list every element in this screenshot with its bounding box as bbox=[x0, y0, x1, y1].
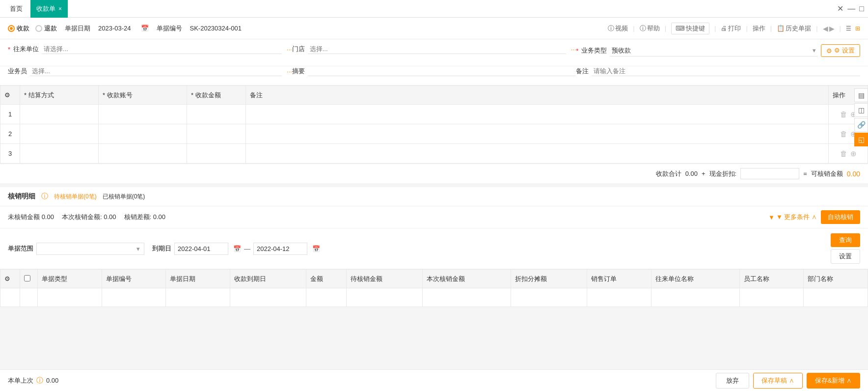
biz-select-arrow-icon: ▾ bbox=[813, 47, 816, 54]
summary-label: 摘要 bbox=[292, 67, 305, 76]
nav-arrows: ◀ ▶ bbox=[823, 25, 835, 32]
row-num-2: 2 bbox=[0, 124, 20, 144]
bottom-table-row bbox=[0, 288, 868, 307]
shop-more-icon[interactable]: ··· bbox=[571, 46, 576, 53]
nav-next-icon[interactable]: ▶ bbox=[829, 25, 835, 32]
video-btn[interactable]: ⓘ 视频 bbox=[608, 24, 628, 33]
total-value1: 0.00 bbox=[685, 170, 698, 177]
table-row: 1 🗑 ⊕ bbox=[0, 105, 868, 124]
col-payment-method: * 结算方式 bbox=[20, 86, 99, 105]
partner-required-icon: * bbox=[8, 46, 10, 53]
bottom-table-wrapper: ⚙ 单据类型 单据编号 单据日期 收款到期日 金额 待核销金额 本次核销金额 折… bbox=[0, 269, 868, 307]
bottom-settings-col[interactable]: ⚙ bbox=[0, 270, 20, 288]
summary-field-group: 摘要 bbox=[292, 66, 576, 76]
date-label: 到期日 bbox=[152, 244, 171, 253]
right-panel-expand-icon[interactable]: ◱ bbox=[854, 133, 868, 146]
window-max-icon[interactable]: □ bbox=[859, 4, 864, 13]
tab-close-icon[interactable]: × bbox=[58, 0, 62, 18]
remark-3[interactable] bbox=[246, 144, 829, 164]
query-button[interactable]: 查询 bbox=[831, 233, 860, 247]
right-panel-table-icon[interactable]: ▤ bbox=[854, 88, 868, 102]
range-select[interactable]: ▾ bbox=[36, 243, 144, 255]
amount-3[interactable] bbox=[187, 144, 246, 164]
settings-button[interactable]: ⚙ ⚙ 设置 bbox=[821, 44, 860, 57]
total-plus: + bbox=[702, 170, 705, 177]
account-1[interactable] bbox=[99, 105, 187, 124]
amount-1[interactable] bbox=[187, 105, 246, 124]
calendar-from-icon[interactable]: 📅 bbox=[233, 245, 241, 252]
stat-actions: ▼ ▼ 更多条件 ∧ 自动核销 bbox=[768, 210, 860, 224]
list-view-icon[interactable]: ☰ bbox=[846, 25, 851, 32]
footer-info-detail-icon[interactable]: ⓘ bbox=[36, 376, 43, 385]
remark-label: 备注 bbox=[576, 67, 589, 76]
save-new-button[interactable]: 保存&新增 ∧ bbox=[807, 373, 860, 389]
summary-input[interactable] bbox=[308, 66, 576, 76]
remark-1[interactable] bbox=[246, 105, 829, 124]
radio-refund-label: 退款 bbox=[44, 24, 57, 33]
help-icon: ⓘ bbox=[640, 24, 646, 33]
form-card: 收款 退款 单据日期 2023-03-24 📅 单据编号 SK-20230324… bbox=[0, 18, 868, 183]
staff-label: 业务员 bbox=[8, 67, 27, 76]
print-icon: 🖨 bbox=[721, 25, 727, 32]
date-value: 2023-03-24 bbox=[98, 25, 131, 32]
staff-input[interactable] bbox=[30, 66, 282, 76]
amount-2[interactable] bbox=[187, 124, 246, 144]
history-btn[interactable]: 📋 历史单据 bbox=[777, 24, 811, 33]
partner-input[interactable] bbox=[42, 44, 282, 54]
biz-select[interactable]: 预收款 ▾ bbox=[610, 45, 818, 56]
filter-buttons: 查询 设置 bbox=[831, 233, 860, 264]
account-2[interactable] bbox=[99, 124, 187, 144]
staff-more-icon[interactable]: ··· bbox=[287, 68, 292, 75]
delete-icon-3[interactable]: 🗑 bbox=[840, 149, 847, 158]
calendar-icon[interactable]: 📅 bbox=[141, 25, 149, 32]
abandon-button[interactable]: 放弃 bbox=[716, 373, 749, 389]
pending-link[interactable]: 待核销单据(0笔) bbox=[54, 193, 97, 201]
account-3[interactable] bbox=[99, 144, 187, 164]
action-btn[interactable]: 操作 bbox=[753, 24, 765, 33]
delete-icon-1[interactable]: 🗑 bbox=[840, 110, 847, 118]
form-fields-row2: 业务员 ··· 摘要 备注 bbox=[0, 66, 868, 85]
save-draft-button[interactable]: 保存草稿 ∧ bbox=[753, 373, 803, 389]
checkbox-col[interactable] bbox=[20, 270, 38, 288]
payment-method-1[interactable] bbox=[20, 105, 99, 124]
print-btn[interactable]: 🖨 打印 bbox=[721, 24, 741, 33]
auto-verify-button[interactable]: 自动核销 bbox=[821, 210, 860, 224]
window-controls: ✕ — □ bbox=[837, 4, 864, 13]
radio-refund[interactable]: 退款 bbox=[35, 24, 57, 33]
settings-icon: ⚙ bbox=[826, 47, 832, 55]
filter-setting-button[interactable]: 设置 bbox=[831, 249, 860, 264]
remark-field-group: 备注 bbox=[576, 66, 860, 76]
tab-home[interactable]: 首页 bbox=[4, 0, 28, 18]
shop-input[interactable] bbox=[308, 44, 566, 54]
done-link[interactable]: 已核销单据(0笔) bbox=[103, 193, 145, 201]
nav-prev-icon[interactable]: ◀ bbox=[823, 25, 828, 32]
help-btn[interactable]: ⓘ 帮助 bbox=[640, 24, 660, 33]
partner-more-icon[interactable]: ··· bbox=[287, 46, 292, 53]
window-min-icon[interactable]: — bbox=[847, 4, 855, 13]
tab-receipt[interactable]: 收款单 × bbox=[30, 0, 68, 18]
payment-method-2[interactable] bbox=[20, 124, 99, 144]
right-panel-link-icon[interactable]: 🔗 bbox=[854, 118, 868, 132]
radio-receipt[interactable]: 收款 bbox=[8, 24, 29, 33]
right-panel-layout-icon[interactable]: ◫ bbox=[854, 103, 868, 117]
bottom-table: ⚙ 单据类型 单据编号 单据日期 收款到期日 金额 待核销金额 本次核销金额 折… bbox=[0, 269, 868, 307]
table-settings-col[interactable]: ⚙ bbox=[0, 86, 20, 105]
radio-receipt-circle bbox=[8, 25, 15, 32]
shortcut-btn[interactable]: ⌨ 快捷键 bbox=[671, 23, 709, 34]
filter-more-btn[interactable]: ▼ ▼ 更多条件 ∧ bbox=[768, 213, 817, 222]
date-from-input[interactable] bbox=[174, 243, 228, 255]
table-row: 3 🗑 ⊕ bbox=[0, 144, 868, 164]
payment-method-3[interactable] bbox=[20, 144, 99, 164]
select-all-checkbox[interactable] bbox=[24, 275, 30, 281]
delete-icon-2[interactable]: 🗑 bbox=[840, 130, 847, 138]
copy-icon-3[interactable]: ⊕ bbox=[850, 149, 857, 158]
calendar-to-icon[interactable]: 📅 bbox=[312, 245, 320, 252]
remark-2[interactable] bbox=[246, 124, 829, 144]
section-info-icon[interactable]: ⓘ bbox=[41, 192, 48, 201]
date-to-input[interactable] bbox=[253, 243, 307, 255]
footer-info-label: 本单上次 bbox=[8, 376, 33, 385]
remark-input[interactable] bbox=[592, 66, 860, 76]
cash-discount-input[interactable] bbox=[740, 168, 799, 179]
window-close-icon[interactable]: ✕ bbox=[837, 4, 843, 13]
grid-view-icon[interactable]: ⊞ bbox=[855, 25, 860, 32]
